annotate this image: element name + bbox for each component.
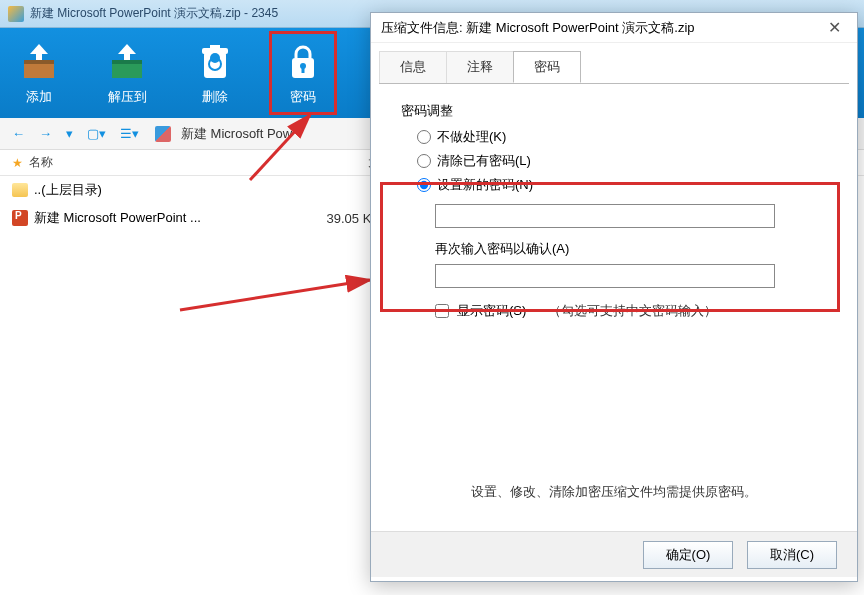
breadcrumb-icon [155,126,171,142]
forward-button[interactable]: → [35,124,56,143]
breadcrumb[interactable]: 新建 Microsoft Pow [181,125,292,143]
svg-rect-15 [302,67,305,73]
extract-button[interactable]: 解压到 [98,36,156,110]
folder-icon [12,183,28,197]
radio-none[interactable]: 不做处理(K) [417,128,827,146]
dialog-body: 密码调整 不做处理(K) 清除已有密码(L) 设置新的密码(N) 再次输入密码以… [379,83,849,523]
dialog-tabs: 信息 注释 密码 [371,43,857,83]
show-password-row: 显示密码(S) （勾选可支持中文密码输入） [435,302,827,320]
star-icon: ★ [12,156,23,170]
dialog-buttons: 确定(O) 取消(C) [371,531,857,577]
extract-icon [106,40,148,82]
delete-label: 删除 [202,88,228,106]
window-title: 新建 Microsoft PowerPoint 演示文稿.zip - 2345 [30,5,278,22]
svg-rect-7 [124,52,130,60]
svg-rect-10 [210,45,220,49]
svg-rect-5 [112,60,142,64]
view-dropdown[interactable]: ☰▾ [116,124,143,143]
radio-set[interactable]: 设置新的密码(N) [417,176,827,194]
open-dropdown[interactable]: ▢▾ [83,124,110,143]
group-title: 密码调整 [401,102,827,120]
bottom-hint: 设置、修改、清除加密压缩文件均需提供原密码。 [379,483,849,501]
dialog-title: 压缩文件信息: 新建 Microsoft PowerPoint 演示文稿.zip [381,19,695,37]
tab-comment[interactable]: 注释 [446,51,514,83]
close-button[interactable]: ✕ [822,18,847,37]
add-icon [18,40,60,82]
radio-clear[interactable]: 清除已有密码(L) [417,152,827,170]
dialog-titlebar: 压缩文件信息: 新建 Microsoft PowerPoint 演示文稿.zip… [371,13,857,43]
show-password-label[interactable]: 显示密码(S) [457,302,526,320]
confirm-label: 再次输入密码以确认(A) [435,240,827,258]
svg-rect-1 [24,60,54,64]
password-label: 密码 [290,88,316,106]
radio-none-input[interactable] [417,130,431,144]
show-password-hint: （勾选可支持中文密码输入） [548,302,717,320]
ppt-icon [12,210,28,226]
cancel-button[interactable]: 取消(C) [747,541,837,569]
delete-button[interactable]: 删除 [186,36,244,110]
trash-icon [194,40,236,82]
radio-clear-input[interactable] [417,154,431,168]
tab-info[interactable]: 信息 [379,51,447,83]
extract-label: 解压到 [108,88,147,106]
lock-icon [282,40,324,82]
app-icon [8,6,24,22]
password-button[interactable]: 密码 [274,36,332,110]
radio-set-input[interactable] [417,178,431,192]
tab-password[interactable]: 密码 [513,51,581,83]
password-input[interactable] [435,204,775,228]
ok-button[interactable]: 确定(O) [643,541,733,569]
add-label: 添加 [26,88,52,106]
col-name-header[interactable]: ★ 名称 [0,154,300,171]
password-fields: 再次输入密码以确认(A) [435,204,827,288]
back-button[interactable]: ← [8,124,29,143]
svg-rect-3 [36,52,42,60]
password-confirm-input[interactable] [435,264,775,288]
up-button[interactable]: ▾ [62,124,77,143]
password-dialog: 压缩文件信息: 新建 Microsoft PowerPoint 演示文稿.zip… [370,12,858,582]
show-password-checkbox[interactable] [435,304,449,318]
add-button[interactable]: 添加 [10,36,68,110]
